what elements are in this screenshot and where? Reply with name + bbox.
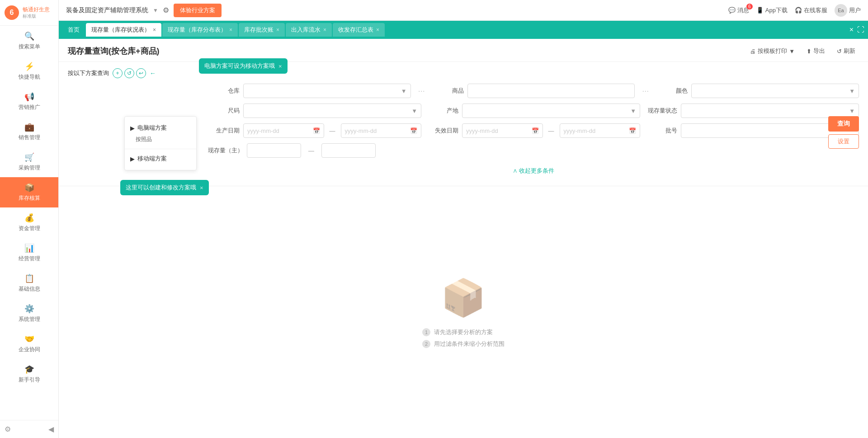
scheme-group-desktop-header[interactable]: ▶ 电脑端方案 (125, 122, 196, 134)
sidebar-item-sales[interactable]: 💼 销售管理 (0, 117, 58, 147)
collapse-more-btn[interactable]: ∧ 收起更多条件 (208, 162, 859, 179)
sidebar-nav: 🔍 搜索菜单 ⚡ 快捷导航 📢 营销推广 💼 销售管理 🛒 采购管理 📦 (0, 26, 58, 420)
tab-collect-summary-close[interactable]: × (376, 27, 379, 33)
origin-select[interactable]: ▼ (462, 104, 640, 118)
filter-field-size: 尺码 ▼ (208, 104, 421, 118)
basic-icon: 📋 (24, 273, 34, 283)
settings-button[interactable]: 设置 (828, 134, 859, 149)
sidebar-item-system[interactable]: ⚙️ 系统管理 (0, 298, 58, 329)
goods-select[interactable] (467, 84, 635, 98)
expire-date-sep: — (547, 127, 556, 134)
tab-inventory-status-label: 现存量（库存状况表） (91, 26, 150, 34)
scheme-item-desktop-1[interactable]: 按照品 (125, 134, 196, 145)
tab-fullscreen-icon[interactable]: ⛶ (857, 26, 864, 34)
export-btn[interactable]: ⬆ 导出 (803, 45, 829, 57)
page-title: 现存量查询(按仓库+商品) (68, 46, 160, 57)
scheme-divider (125, 149, 196, 149)
chevron-up-icon: ∧ (513, 167, 518, 174)
sidebar-item-operations-label: 经营管理 (19, 255, 40, 263)
scheme-group-desktop: ▶ 电脑端方案 按照品 (125, 120, 196, 147)
footer-settings-icon[interactable]: ⚙ (5, 425, 11, 433)
tab-batch-account-close[interactable]: × (276, 27, 279, 33)
sidebar-item-finance[interactable]: 💰 资金管理 (0, 207, 58, 238)
sidebar-item-inventory[interactable]: 📦 库存核算 (0, 177, 58, 207)
filter-reset-btn[interactable]: ↩ (136, 68, 146, 78)
sidebar-item-quick[interactable]: ⚡ 快捷导航 (0, 56, 58, 86)
tooltip2-text: 这里可以创建和修改方案哦 (126, 184, 196, 192)
sidebar-item-guide-label: 新手引导 (19, 376, 40, 384)
tab-inventory-status-close[interactable]: × (153, 27, 156, 33)
footer-collapse-icon[interactable]: ◀ (48, 425, 54, 433)
online-service-item[interactable]: 🎧 在线客服 (795, 6, 827, 14)
tooltip2-close[interactable]: × (200, 184, 203, 191)
scheme-group-mobile-label: 移动端方案 (137, 155, 167, 163)
warehouse-more-dots[interactable]: ··· (416, 86, 427, 96)
tab-inventory-dist[interactable]: 现存量（库存分布表） × (162, 23, 238, 37)
filter-row-1: 仓库 ▼ ··· 商品 (208, 84, 859, 98)
sidebar-item-operations[interactable]: 📊 经营管理 (0, 238, 58, 268)
print-template-label: 按模板打印 (758, 47, 787, 55)
produce-date-end[interactable]: yyyy-mm-dd 📅 (341, 123, 422, 138)
logo: 6 畅通好生意 标准版 (0, 0, 58, 26)
topbar-settings-icon[interactable]: ⚙ (163, 6, 169, 14)
stock-qty-label: 现存量（主） (208, 146, 243, 155)
tab-batch-account-label: 库存批次账 (244, 26, 274, 34)
filter-arrow-left[interactable]: ← (150, 70, 156, 77)
size-select[interactable]: ▼ (243, 104, 421, 118)
produce-date-placeholder: yyyy-mm-dd (247, 127, 279, 134)
tab-inventory-dist-close[interactable]: × (229, 27, 232, 33)
tab-batch-account[interactable]: 库存批次账 × (239, 23, 285, 37)
experience-button[interactable]: 体验行业方案 (174, 4, 222, 17)
action-buttons: 查询 设置 (828, 116, 859, 149)
online-service-label: 在线客服 (804, 6, 827, 14)
filter-row-3: 生产日期 yyyy-mm-dd 📅 — yyyy-mm-dd 📅 (208, 123, 859, 138)
stock-qty-min[interactable] (247, 143, 301, 158)
page-area: 现存量查询(按仓库+商品) 🖨 按模板打印 ▼ ⬆ 导出 ↺ 刷新 (59, 39, 868, 438)
sidebar-item-enterprise[interactable]: 🤝 企业协同 (0, 329, 58, 359)
tooltip1-close[interactable]: × (278, 63, 282, 70)
tip-text-2: 用过滤条件来缩小分析范围 (434, 340, 505, 348)
tab-inout-flow-close[interactable]: × (323, 27, 326, 33)
sidebar-item-basic[interactable]: 📋 基础信息 (0, 268, 58, 298)
expire-date-end[interactable]: yyyy-mm-dd 📅 (560, 123, 641, 138)
goods-more-dots[interactable]: ··· (640, 86, 651, 96)
tab-close-all-icon[interactable]: × (849, 26, 854, 34)
filter-header-label: 按以下方案查询 (68, 69, 109, 77)
sidebar-item-basic-label: 基础信息 (19, 285, 40, 293)
filter-row-2: 尺码 ▼ 产地 ▼ (208, 104, 859, 118)
color-select[interactable]: ▼ (691, 84, 859, 98)
page-actions: 🖨 按模板打印 ▼ ⬆ 导出 ↺ 刷新 (746, 45, 859, 57)
app-download-item[interactable]: 📱 App下载 (756, 6, 788, 14)
sidebar-item-guide[interactable]: 🎓 新手引导 (0, 359, 58, 389)
filter-field-warehouse: 仓库 ▼ (208, 84, 411, 98)
filter-field-expire-date: 失效日期 yyyy-mm-dd 📅 — yyyy-mm-dd 📅 (427, 123, 640, 138)
expire-date-start[interactable]: yyyy-mm-dd 📅 (462, 123, 543, 138)
sidebar-item-search[interactable]: 🔍 搜索菜单 (0, 26, 58, 56)
filter-refresh-btn[interactable]: ↺ (124, 68, 134, 78)
scheme-group-mobile-header[interactable]: ▶ 移动端方案 (125, 153, 196, 165)
tab-inventory-status[interactable]: 现存量（库存状况表） × (86, 23, 161, 37)
sidebar-item-marketing[interactable]: 📢 营销推广 (0, 86, 58, 117)
message-item[interactable]: 💬 消息 6 (728, 6, 749, 14)
tab-collect-summary[interactable]: 收发存汇总表 × (333, 23, 385, 37)
sidebar: 6 畅通好生意 标准版 🔍 搜索菜单 ⚡ 快捷导航 📢 营销推广 💼 销售管理 (0, 0, 59, 438)
produce-date-start[interactable]: yyyy-mm-dd 📅 (243, 123, 324, 138)
warehouse-select[interactable]: ▼ (243, 84, 411, 98)
filter-add-btn[interactable]: + (113, 68, 123, 78)
refresh-btn[interactable]: ↺ 刷新 (833, 45, 859, 57)
filter-header-icons: + ↺ ↩ (113, 68, 146, 78)
tab-inout-flow[interactable]: 出入库流水 × (286, 23, 332, 37)
collapse-more-label: 收起更多条件 (519, 167, 554, 174)
refresh-label: 刷新 (844, 47, 855, 55)
system-dropdown[interactable]: ▼ (153, 7, 158, 14)
stock-qty-max[interactable] (321, 143, 376, 158)
color-label: 颜色 (656, 87, 688, 95)
tab-home[interactable]: 首页 (62, 23, 85, 37)
query-button[interactable]: 查询 (828, 116, 859, 132)
user-label: 用户 (849, 6, 861, 14)
sidebar-item-purchase[interactable]: 🛒 采购管理 (0, 147, 58, 177)
filter-field-stock-qty: 现存量（主） — (208, 143, 859, 158)
user-item[interactable]: Ea 用户 (835, 4, 861, 17)
empty-tip-2: 2 用过滤条件来缩小分析范围 (422, 340, 505, 348)
print-template-btn[interactable]: 🖨 按模板打印 ▼ (746, 45, 798, 57)
